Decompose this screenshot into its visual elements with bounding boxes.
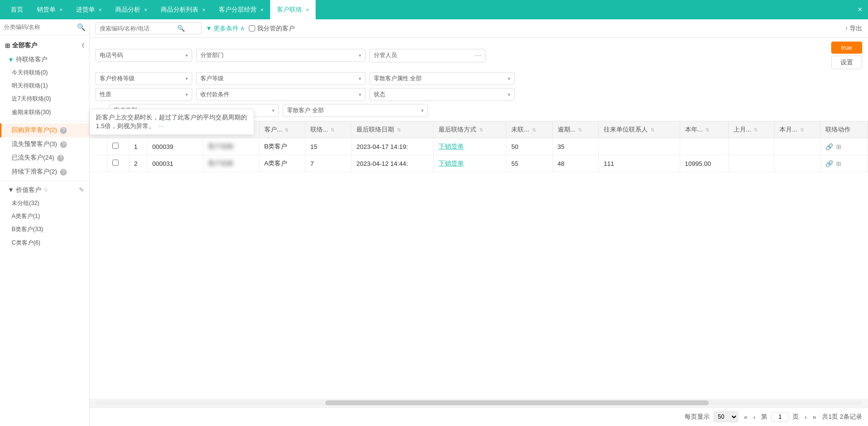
- customer-grade-field[interactable]: 客户等级 ▾: [196, 72, 365, 85]
- pending-contact-group[interactable]: ▼ 待联络客户: [0, 53, 89, 66]
- my-customers-checkbox-label[interactable]: 我分管的客户: [249, 24, 295, 33]
- arrow-icon: ▼: [8, 56, 14, 63]
- chevron-down-icon: ▾: [508, 92, 510, 97]
- my-customers-checkbox[interactable]: [249, 25, 255, 31]
- sidebar-search-input[interactable]: [4, 24, 77, 30]
- nav-customer-tier[interactable]: 客户分层经营 ×: [212, 0, 270, 19]
- sidebar-item-class-a[interactable]: A类客户(1): [0, 210, 89, 223]
- td-overdue: 48: [552, 155, 598, 172]
- gender-field[interactable]: 性质 ▾: [95, 88, 192, 101]
- sidebar-all-customers[interactable]: ⊞ 全部客户 《: [0, 38, 89, 53]
- phone-field[interactable]: 电话号码 ▾: [95, 49, 192, 62]
- sidebar-item-today[interactable]: 今天待联络(0): [0, 66, 89, 79]
- sidebar-item-lost-risk[interactable]: 流失预警客户(3) ?: [0, 137, 89, 151]
- link-action-icon[interactable]: 🔗: [825, 143, 833, 150]
- sidebar-item-class-b[interactable]: B类客户(33): [0, 223, 89, 236]
- retail-customer-field[interactable]: 零散客户 全部 ▾: [283, 104, 428, 117]
- grid-action-icon[interactable]: ⊞: [836, 160, 841, 167]
- prev-page-btn[interactable]: ‹: [751, 412, 757, 422]
- window-close-button[interactable]: ×: [858, 5, 862, 14]
- price-grade-field[interactable]: 客户价格等级 ▾: [95, 72, 192, 85]
- per-page-label: 每页显示: [685, 412, 710, 421]
- nav-customer-contact[interactable]: 客户联络 ×: [270, 0, 316, 19]
- close-icon[interactable]: ×: [60, 7, 62, 13]
- export-btn[interactable]: ↑ 导出: [845, 24, 863, 33]
- th-last-contact-date[interactable]: 最后联络日期 ⇅: [351, 121, 434, 138]
- edit-icon[interactable]: ✎: [79, 186, 84, 193]
- sidebar-item-already-lost[interactable]: 已流失客户(24) ?: [0, 151, 89, 165]
- info-icon[interactable]: ?: [60, 141, 67, 148]
- row-checkbox-0[interactable]: [112, 143, 119, 149]
- main-layout: 🔍 ⊞ 全部客户 《 ▼ 待联络客户 今天待联络(0) 明天待联络(1) 近7天…: [0, 19, 868, 426]
- th-overdue[interactable]: 逾期... ⇅: [552, 121, 598, 138]
- last-contact-way-link[interactable]: 下销货单: [439, 160, 464, 167]
- nav-analysis[interactable]: 商品分析 ×: [108, 0, 154, 19]
- th-this-year[interactable]: 本年... ⇅: [680, 121, 728, 138]
- settings-button[interactable]: 设置: [831, 56, 862, 69]
- nav-sales[interactable]: 销货单 ×: [30, 0, 69, 19]
- last-contact-way-link[interactable]: 下销货单: [439, 143, 464, 150]
- sidebar-item-abnormal[interactable]: 回购异常客户(2) ?: [0, 123, 89, 137]
- th-this-month[interactable]: 本月... ⇅: [775, 121, 821, 138]
- td-gear: [90, 155, 107, 172]
- nav-home[interactable]: 首页: [4, 0, 30, 19]
- close-icon[interactable]: ×: [144, 7, 147, 13]
- info-icon[interactable]: ?: [60, 169, 67, 176]
- first-page-btn[interactable]: «: [742, 412, 749, 422]
- grid-action-icon[interactable]: ⊞: [836, 143, 841, 150]
- info-icon[interactable]: ?: [57, 155, 64, 162]
- sidebar-item-7days[interactable]: 近7天待联络(0): [0, 92, 89, 105]
- table-row: 2 000031 客户名称 A类客户 7 2023-04-12 14:44: 下…: [90, 155, 868, 172]
- customer-name: 客户名称: [208, 143, 233, 150]
- row-checkbox-1[interactable]: [112, 160, 119, 166]
- per-page-select[interactable]: 50 100: [714, 411, 738, 422]
- sidebar-item-class-c[interactable]: C类客户(6): [0, 236, 89, 250]
- value-customers-group[interactable]: ▼ 价值客户 ○ ✎: [0, 183, 89, 197]
- th-type[interactable]: 客户... ⇅: [259, 121, 305, 138]
- td-name: 客户名称: [203, 138, 259, 155]
- scrollbar-thumb[interactable]: [325, 400, 709, 405]
- search-icon[interactable]: 🔍: [177, 25, 185, 32]
- nav-purchase[interactable]: 进货单 ×: [69, 0, 108, 19]
- th-last-contact-way[interactable]: 最后联络方式 ⇅: [434, 121, 506, 138]
- sidebar-item-ungrouped[interactable]: 未分组(32): [0, 197, 89, 210]
- search-icon[interactable]: 🔍: [77, 23, 85, 31]
- next-page-btn[interactable]: ›: [803, 412, 808, 422]
- sidebar-item-overdue[interactable]: 逾期未联络(30): [0, 106, 89, 119]
- payment-field[interactable]: 收付款条件 ▾: [196, 88, 365, 101]
- more-conditions-btn[interactable]: ▼ 更多条件 ∧: [206, 24, 245, 33]
- link-action-icon[interactable]: 🔗: [825, 160, 833, 167]
- grid-icon: ⊞: [5, 42, 10, 49]
- nav-analysis-list[interactable]: 商品分析列表 ×: [154, 0, 212, 19]
- td-action: 🔗 ⊞: [821, 155, 868, 172]
- status-field[interactable]: 状态 ▾: [369, 88, 515, 101]
- close-icon[interactable]: ×: [306, 7, 309, 13]
- search-input[interactable]: [100, 25, 177, 32]
- sidebar-item-continuous-down[interactable]: 持续下滑客户(2) ?: [0, 165, 89, 179]
- dept-field[interactable]: 分管部门 ▾: [196, 49, 365, 62]
- th-no-contact[interactable]: 未联... ⇅: [506, 121, 552, 138]
- collapse-icon[interactable]: 《: [79, 42, 84, 49]
- th-last-month[interactable]: 上月... ⇅: [728, 121, 774, 138]
- sidebar-item-tomorrow[interactable]: 明天待联络(1): [0, 79, 89, 92]
- tooltip-dots[interactable]: ···: [158, 122, 164, 130]
- page-label: 第: [759, 411, 769, 422]
- th-contact[interactable]: 联络... ⇅: [305, 121, 351, 138]
- close-icon[interactable]: ×: [99, 7, 102, 13]
- horizontal-scrollbar[interactable]: [95, 400, 862, 405]
- sort-icon: ⇅: [532, 127, 536, 132]
- person-field[interactable]: 分管人员 ···: [369, 49, 486, 62]
- retail-attr-field[interactable]: 零散客户属性 全部 ▾: [369, 72, 515, 85]
- dots-icon[interactable]: ···: [475, 51, 481, 60]
- close-icon[interactable]: ×: [260, 7, 263, 13]
- export-icon: ↑: [845, 25, 849, 32]
- td-contact: 7: [305, 155, 351, 172]
- page-input[interactable]: [771, 412, 789, 422]
- td-name: 客户名称: [203, 155, 259, 172]
- th-unit-contact[interactable]: 往来单位联系人 ⇅: [598, 121, 680, 138]
- last-page-btn[interactable]: »: [811, 412, 818, 422]
- query-button[interactable]: true: [831, 42, 862, 54]
- info-icon[interactable]: ?: [60, 127, 67, 134]
- close-icon[interactable]: ×: [202, 7, 205, 13]
- td-contact: 15: [305, 138, 351, 155]
